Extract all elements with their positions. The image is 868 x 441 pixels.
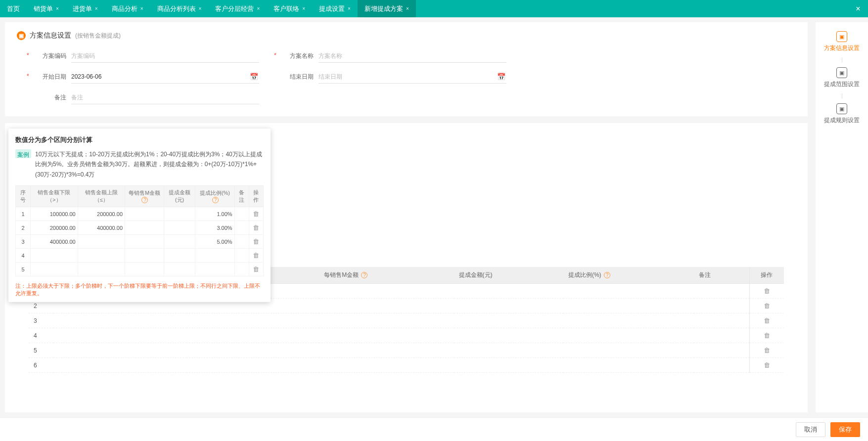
table-cell[interactable]: 🗑: [749, 299, 784, 313]
table-cell[interactable]: [186, 358, 319, 373]
delete-row-icon[interactable]: 🗑: [253, 252, 259, 259]
table-cell[interactable]: [454, 299, 563, 313]
table-cell[interactable]: [186, 328, 319, 343]
table-cell[interactable]: [563, 284, 694, 299]
table-cell[interactable]: 4: [29, 328, 53, 343]
table-cell[interactable]: [53, 343, 186, 358]
table-cell[interactable]: 3: [29, 313, 53, 328]
delete-row-icon[interactable]: 🗑: [253, 224, 259, 231]
table-row[interactable]: 3🗑: [29, 313, 784, 328]
table-cell[interactable]: [454, 343, 563, 358]
table-cell[interactable]: 🗑: [749, 343, 784, 358]
table-row[interactable]: 4🗑: [29, 328, 784, 343]
calendar-icon[interactable]: 📅: [497, 73, 505, 81]
delete-row-icon[interactable]: 🗑: [764, 332, 770, 339]
table-cell[interactable]: [563, 328, 694, 343]
table-cell[interactable]: [563, 313, 694, 328]
table-cell[interactable]: [694, 358, 749, 373]
input-remark[interactable]: [71, 94, 259, 101]
table-cell[interactable]: [563, 299, 694, 313]
table-cell[interactable]: [53, 328, 186, 343]
tab-close-icon[interactable]: ×: [56, 6, 59, 11]
help-icon[interactable]: ?: [361, 272, 367, 278]
tab-close-icon[interactable]: ×: [406, 6, 409, 11]
table-cell[interactable]: 🗑: [749, 328, 784, 343]
tab-close-icon[interactable]: ×: [95, 6, 98, 11]
tab-首页[interactable]: 首页: [0, 0, 27, 17]
table-cell[interactable]: [694, 284, 749, 299]
table-cell[interactable]: [694, 343, 749, 358]
table-cell[interactable]: [694, 299, 749, 313]
table-cell[interactable]: [319, 328, 454, 343]
table-cell[interactable]: [319, 343, 454, 358]
popover-cell: 5.00%: [195, 235, 234, 249]
popover-cell: 1: [16, 207, 31, 221]
tab-商品分析列表[interactable]: 商品分析列表×: [150, 0, 209, 17]
delete-row-icon[interactable]: 🗑: [764, 361, 770, 369]
tab-提成设置[interactable]: 提成设置×: [312, 0, 358, 17]
table-cell[interactable]: [186, 343, 319, 358]
table-cell[interactable]: [694, 328, 749, 343]
tab-close-icon[interactable]: ×: [348, 6, 351, 11]
table-cell[interactable]: [454, 328, 563, 343]
tab-进货单[interactable]: 进货单×: [66, 0, 105, 17]
table-cell[interactable]: 6: [29, 358, 53, 373]
table-cell[interactable]: [53, 313, 186, 328]
delete-row-icon[interactable]: 🗑: [764, 287, 770, 295]
table-row[interactable]: 6🗑: [29, 358, 784, 373]
delete-row-icon[interactable]: 🗑: [764, 317, 770, 324]
tab-close-icon[interactable]: ×: [302, 6, 305, 11]
input-plan-name[interactable]: [319, 52, 506, 59]
tab-客户联络[interactable]: 客户联络×: [267, 0, 312, 17]
right-step-rail: ▣方案信息设置▣提成范围设置▣提成规则设置: [816, 22, 868, 412]
popover-cell: [195, 263, 234, 276]
table-cell[interactable]: 5: [29, 343, 53, 358]
table-cell[interactable]: [319, 313, 454, 328]
help-icon[interactable]: ?: [604, 272, 610, 278]
table-cell[interactable]: [186, 313, 319, 328]
popover-cell: 3: [16, 235, 31, 249]
tab-客户分层经营[interactable]: 客户分层经营×: [208, 0, 267, 17]
popover-case-tag: 案例: [15, 149, 31, 158]
tab-销货单[interactable]: 销货单×: [27, 0, 66, 17]
delete-row-icon[interactable]: 🗑: [253, 238, 259, 245]
rail-step-label: 方案信息设置: [824, 44, 860, 52]
input-end-date[interactable]: [319, 73, 506, 80]
delete-row-icon[interactable]: 🗑: [764, 347, 770, 354]
calendar-icon[interactable]: 📅: [250, 73, 258, 81]
rail-step-0[interactable]: ▣方案信息设置: [824, 28, 860, 55]
delete-row-icon[interactable]: 🗑: [253, 265, 259, 273]
tab-close-icon[interactable]: ×: [140, 6, 143, 11]
table-cell[interactable]: [563, 358, 694, 373]
tab-close-icon[interactable]: ×: [257, 6, 260, 11]
table-cell[interactable]: [454, 313, 563, 328]
input-plan-code[interactable]: [71, 52, 259, 59]
table-cell[interactable]: [694, 313, 749, 328]
popover-cell: [234, 249, 249, 263]
tabbar-close-button[interactable]: ×: [848, 0, 868, 17]
table-row[interactable]: 5🗑: [29, 343, 784, 358]
table-cell[interactable]: [563, 343, 694, 358]
rail-step-1[interactable]: ▣提成范围设置: [824, 64, 860, 91]
table-cell[interactable]: [319, 358, 454, 373]
table-cell[interactable]: 🗑: [749, 313, 784, 328]
rail-step-2[interactable]: ▣提成规则设置: [824, 100, 860, 128]
table-cell[interactable]: [319, 284, 454, 299]
popover-th: 销售金额下限（>）: [31, 186, 78, 207]
table-cell[interactable]: [319, 299, 454, 313]
table-cell[interactable]: [53, 358, 186, 373]
table-cell[interactable]: 🗑: [749, 284, 784, 299]
delete-row-icon[interactable]: 🗑: [764, 302, 770, 309]
tab-新增提成方案[interactable]: 新增提成方案×: [358, 0, 416, 17]
delete-row-icon[interactable]: 🗑: [253, 210, 259, 218]
table-cell[interactable]: [454, 284, 563, 299]
table-cell[interactable]: [454, 358, 563, 373]
help-icon[interactable]: ?: [141, 197, 148, 203]
table-th: 提成比例(%) ?: [563, 267, 694, 284]
table-cell[interactable]: 🗑: [749, 358, 784, 373]
help-icon[interactable]: ?: [212, 197, 219, 203]
tab-商品分析[interactable]: 商品分析×: [105, 0, 150, 17]
popover-cell: 3.00%: [195, 221, 234, 235]
input-start-date[interactable]: [71, 73, 259, 80]
tab-close-icon[interactable]: ×: [199, 6, 202, 11]
